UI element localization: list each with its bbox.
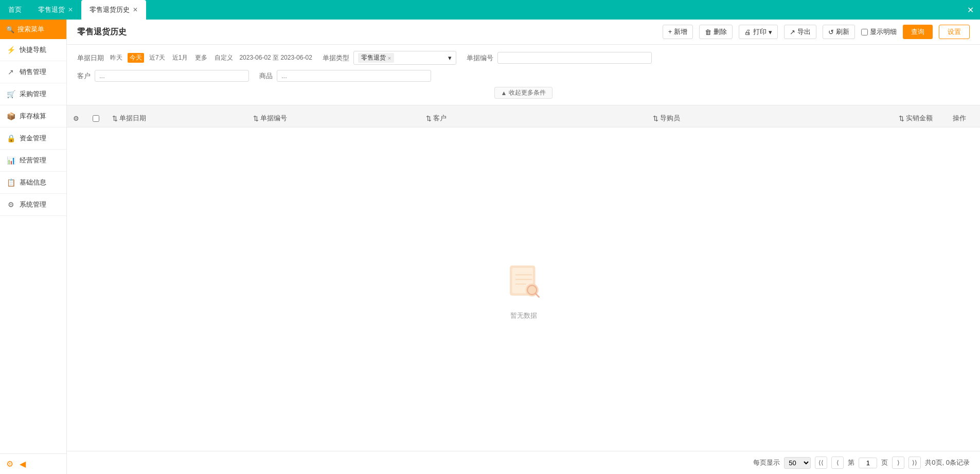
tab-retail-return-history-label: 零售退货历史: [90, 5, 130, 14]
setting-button[interactable]: 设置: [939, 25, 970, 39]
sidebar-item-basic-info[interactable]: 📋 基础信息: [0, 172, 66, 194]
th-settings[interactable]: ⚙: [67, 115, 85, 122]
th-bill-label: 单据编号: [260, 114, 287, 123]
th-customer: ⇅ 客户: [420, 114, 646, 123]
prev-page-button[interactable]: ⟨: [831, 457, 844, 469]
bill-type-tag-text: 零售退货: [361, 53, 386, 62]
th-amount: ⇅ 实销金额: [819, 114, 939, 123]
empty-state-icon: [501, 259, 547, 305]
th-checkbox[interactable]: [85, 115, 106, 122]
page-header: 零售退货历史 + 新增 🗑 删除 🖨 打印 ▾ ↗ 导出 ↺: [67, 20, 980, 45]
first-page-button[interactable]: ⟨⟨: [815, 457, 827, 469]
page-size-label: 每页显示: [753, 458, 780, 467]
tab-retail-return-label: 零售退货: [38, 5, 65, 14]
date-opt-more[interactable]: 更多: [193, 53, 209, 63]
bill-no-input[interactable]: [497, 52, 652, 64]
next-page-button[interactable]: ⟩: [892, 457, 904, 469]
empty-text: 暂无数据: [510, 311, 537, 320]
bill-type-label: 单据类型: [323, 53, 349, 63]
purchase-icon: 🛒: [6, 89, 15, 99]
th-guide: ⇅ 导购员: [647, 114, 819, 123]
tab-retail-return[interactable]: 零售退货 ✕: [30, 0, 81, 20]
sidebar-item-operations[interactable]: 📊 经营管理: [0, 150, 66, 172]
table-area: ⚙ ⇅ 单据日期 ⇅ 单据编号 ⇅ 客户 ⇅ 导购员: [67, 110, 980, 474]
bill-no-label: 单据编号: [467, 53, 493, 63]
sidebar-item-quick-nav[interactable]: ⚡ 快捷导航: [0, 39, 66, 61]
th-customer-label: 客户: [433, 114, 447, 123]
main-layout: 🔍 搜索菜单 ⚡ 快捷导航 ↗ 销售管理 🛒 采购管理 📦 库存核算 🔒 资金管…: [0, 20, 980, 474]
goods-input[interactable]: [277, 70, 431, 82]
date-options: 昨天 今天 近7天 近1月 更多 自定义: [108, 53, 235, 63]
th-amount-sort-icon[interactable]: ⇅: [899, 115, 904, 122]
tab-retail-return-close[interactable]: ✕: [68, 6, 73, 13]
settings-bottom-icon[interactable]: ⚙: [6, 459, 13, 469]
collapse-label: 收起更多条件: [509, 88, 546, 97]
quick-nav-icon: ⚡: [6, 45, 15, 54]
delete-button[interactable]: 🗑 删除: [699, 25, 733, 39]
sidebar-item-sales-mgmt[interactable]: ↗ 销售管理: [0, 61, 66, 83]
add-button[interactable]: + 新增: [663, 25, 693, 39]
tab-home[interactable]: 首页: [0, 0, 30, 20]
show-detail-checkbox-label[interactable]: 显示明细: [861, 27, 897, 37]
sidebar-item-system-mgmt[interactable]: ⚙ 系统管理: [0, 194, 66, 216]
goods-filter-label: 商品: [259, 71, 273, 81]
sidebar-item-operations-label: 经营管理: [20, 156, 46, 165]
customer-input[interactable]: [95, 70, 249, 82]
collapse-button[interactable]: ▲ 收起更多条件: [494, 87, 553, 99]
finance-icon: 🔒: [6, 134, 15, 143]
bill-type-tag: 零售退货 ×: [358, 53, 394, 63]
empty-state: 暂无数据: [67, 127, 980, 451]
print-icon: 🖨: [744, 28, 751, 36]
th-date: ⇅ 单据日期: [106, 114, 247, 123]
bill-type-select[interactable]: 零售退货 × ▾: [353, 51, 456, 65]
page-number-input[interactable]: [859, 458, 877, 468]
sidebar-item-inventory[interactable]: 📦 库存核算: [0, 105, 66, 127]
show-detail-checkbox[interactable]: [861, 29, 868, 35]
sidebar-search-label: 搜索菜单: [17, 25, 44, 34]
th-customer-sort-icon[interactable]: ⇅: [426, 115, 432, 122]
tab-retail-return-history[interactable]: 零售退货历史 ✕: [81, 0, 146, 20]
filter-row-2: 客户 商品: [77, 70, 970, 82]
page-size-select[interactable]: 50 100 200: [784, 457, 811, 469]
print-button[interactable]: 🖨 打印 ▾: [739, 25, 778, 39]
sidebar-item-sales-label: 销售管理: [20, 67, 46, 77]
th-date-sort-icon[interactable]: ⇅: [112, 115, 118, 122]
th-operation: 操作: [939, 114, 980, 123]
collapse-row: ▲ 收起更多条件: [77, 87, 970, 99]
th-bill-sort-icon[interactable]: ⇅: [253, 115, 259, 122]
date-opt-1month[interactable]: 近1月: [170, 53, 190, 63]
sidebar-item-finance[interactable]: 🔒 资金管理: [0, 127, 66, 150]
customer-filter: 客户: [77, 70, 249, 82]
tab-retail-return-history-close[interactable]: ✕: [133, 6, 138, 13]
date-opt-today[interactable]: 今天: [128, 53, 144, 63]
bill-type-filter: 单据类型 零售退货 × ▾: [323, 51, 456, 65]
refresh-icon: ↺: [828, 28, 834, 36]
page-title: 零售退货历史: [77, 27, 127, 38]
date-opt-custom[interactable]: 自定义: [212, 53, 235, 63]
table-header: ⚙ ⇅ 单据日期 ⇅ 单据编号 ⇅ 客户 ⇅ 导购员: [67, 110, 980, 127]
th-guide-sort-icon[interactable]: ⇅: [653, 115, 658, 122]
select-all-checkbox[interactable]: [93, 115, 99, 122]
date-opt-7days[interactable]: 近7天: [147, 53, 167, 63]
query-button[interactable]: 查询: [903, 25, 933, 39]
filter-area: 单据日期 昨天 今天 近7天 近1月 更多 自定义 2023-06-02 至 2…: [67, 45, 980, 105]
sidebar-item-purchase-mgmt[interactable]: 🛒 采购管理: [0, 83, 66, 105]
th-date-label: 单据日期: [119, 114, 146, 123]
date-opt-yesterday[interactable]: 昨天: [108, 53, 124, 63]
date-range-text: 2023-06-02 至 2023-06-02: [239, 53, 312, 62]
collapse-sidebar-icon[interactable]: ◀: [20, 459, 26, 469]
search-icon: 🔍: [6, 26, 14, 33]
window-close-icon[interactable]: ✕: [967, 5, 980, 15]
collapse-icon: ▲: [501, 89, 507, 97]
pagination: 每页显示 50 100 200 ⟨⟨ ⟨ 第 页 ⟩ ⟩⟩ 共0页, 0条记录: [67, 451, 980, 474]
basic-info-icon: 📋: [6, 178, 15, 187]
sidebar-item-purchase-label: 采购管理: [20, 89, 46, 99]
sidebar-search[interactable]: 🔍 搜索菜单: [0, 20, 66, 39]
export-button[interactable]: ↗ 导出: [784, 25, 816, 39]
system-mgmt-icon: ⚙: [6, 200, 15, 209]
refresh-button[interactable]: ↺ 刷新: [823, 25, 855, 39]
last-page-button[interactable]: ⟩⟩: [908, 457, 921, 469]
bill-type-tag-close[interactable]: ×: [388, 55, 391, 61]
delete-icon: 🗑: [705, 28, 711, 36]
operations-icon: 📊: [6, 156, 15, 165]
